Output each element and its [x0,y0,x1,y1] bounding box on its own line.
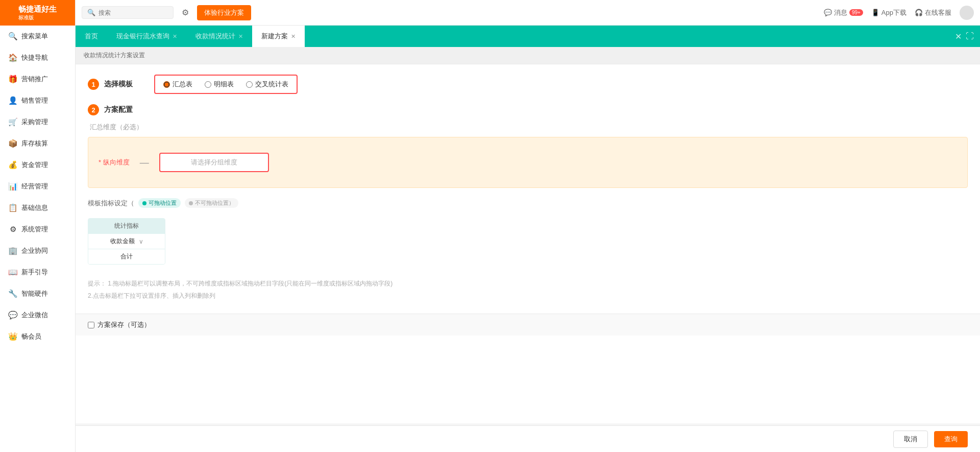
headset-icon: 🎧 [915,9,923,16]
step1-section: 1 选择模板 汇总表 明细表 交叉统计表 [88,75,968,94]
money-icon: 💰 [8,160,17,170]
gift-icon: 🎁 [8,75,17,84]
hardware-icon: 🔧 [8,289,17,298]
download-button[interactable]: 📱 App下载 [871,8,906,17]
sidebar-item-base-info[interactable]: 📋 基础信息 [0,197,75,219]
message-badge: 99+ [849,9,863,16]
sidebar-label: 快捷导航 [21,53,48,62]
user-avatar[interactable] [960,6,974,20]
support-button[interactable]: 🎧 在线客服 [915,8,951,17]
form-container: 1 选择模板 汇总表 明细表 交叉统计表 [76,64,980,423]
tip-2: 2.点击标题栏下拉可设置排序、插入列和删除列 [88,291,968,302]
step2-section: 2 方案配置 汇总维度（必选） * 纵向维度 — 请选择分组维度 [88,104,968,301]
chevron-down-icon[interactable]: ∨ [139,238,143,245]
home-icon: 🏠 [8,53,17,62]
sidebar-item-guide[interactable]: 📖 新手引导 [0,261,75,283]
dimension-subsection: 汇总维度（必选） * 纵向维度 — 请选择分组维度 [88,123,968,188]
expand-icon[interactable]: ⛶ [966,32,974,41]
tips-section: 提示： 1.拖动标题栏可以调整布局，不可跨维度或指标区域拖动栏目字段(只能在同一… [88,278,968,301]
gear-icon: ⚙ [8,225,17,234]
search-input[interactable] [99,9,160,16]
sidebar-item-membership[interactable]: 👑 畅会员 [0,326,75,347]
sidebar-item-sales[interactable]: 👤 销售管理 [0,90,75,111]
sidebar-item-operation[interactable]: 📊 经营管理 [0,176,75,197]
sidebar: 畅捷通好生 标准版 🔍 搜索菜单 🏠 快捷导航 🎁 营销推广 👤 销售管理 🛒 … [0,0,76,452]
dimension-placeholder[interactable]: 请选择分组维度 [159,153,269,172]
close-cashflow-icon[interactable]: ✕ [173,33,177,40]
tab-home[interactable]: 首页 [76,26,107,47]
non-draggable-dot [189,201,193,205]
main-area: 🔍 ⚙ 体验行业方案 💬 消息 99+ 📱 App下载 🎧 在线客服 [76,0,980,452]
message-button[interactable]: 💬 消息 99+ [824,8,863,17]
stats-row[interactable]: 收款金额 ∨ [88,233,165,249]
logo-text: 畅捷通好生 [18,5,57,14]
sidebar-item-search-menu[interactable]: 🔍 搜索菜单 [0,26,75,47]
user-icon: 👤 [8,96,17,105]
sidebar-item-inventory[interactable]: 📦 库存核算 [0,133,75,154]
dimension-area: * 纵向维度 — 请选择分组维度 [88,137,968,188]
sidebar-label: 系统管理 [21,225,48,234]
radio-cross[interactable] [246,81,253,88]
draggable-dot [142,201,146,205]
sidebar-label: 新手引导 [21,268,48,277]
enterprise-icon: 🏢 [8,246,17,255]
sidebar-label: 企业微信 [21,311,48,320]
metrics-config: 模板指标设定（ 可拖动位置 不可拖动位置） 统计指标 [88,198,968,266]
save-label: 方案保存（可选） [97,320,151,329]
step1-number: 1 [88,79,99,90]
step2-header: 2 方案配置 [88,104,968,115]
sidebar-label: 资金管理 [21,160,48,170]
option-detail[interactable]: 明细表 [205,80,234,89]
topbar: 🔍 ⚙ 体验行业方案 💬 消息 99+ 📱 App下载 🎧 在线客服 [76,0,980,26]
metrics-label: 模板指标设定（ 可拖动位置 不可拖动位置） [88,198,968,208]
crown-icon: 👑 [8,332,17,341]
dimension-label: 汇总维度（必选） [88,123,968,132]
close-new-plan-icon[interactable]: ✕ [291,33,296,40]
radio-detail[interactable] [205,81,211,88]
stats-header: 统计指标 [88,219,165,233]
tip-1: 提示： 1.拖动标题栏可以调整布局，不可跨维度或指标区域拖动栏目字段(只能在同一… [88,278,968,290]
sidebar-label: 智能硬件 [21,289,48,298]
option-summary[interactable]: 汇总表 [163,80,192,89]
close-collection-icon[interactable]: ✕ [238,33,243,40]
query-button[interactable]: 查询 [934,431,968,447]
sidebar-item-system[interactable]: ⚙ 系统管理 [0,219,75,240]
sidebar-label: 采购管理 [21,117,48,127]
tab-cashflow[interactable]: 现金银行流水查询 ✕ [107,26,186,47]
step1-header: 1 选择模板 汇总表 明细表 交叉统计表 [88,75,968,94]
close-all-icon[interactable]: ✕ [955,32,962,41]
draggable-badge: 可拖动位置 [138,198,181,208]
sidebar-item-finance[interactable]: 💰 资金管理 [0,154,75,176]
sidebar-label: 库存核算 [21,139,48,148]
option-cross[interactable]: 交叉统计表 [246,80,288,89]
logo: 畅捷通好生 标准版 [0,0,75,26]
tab-new-plan[interactable]: 新建方案 ✕ [252,26,305,47]
list-icon: 📋 [8,203,17,212]
sidebar-item-quick-nav[interactable]: 🏠 快捷导航 [0,47,75,68]
box-icon: 📦 [8,139,17,148]
sidebar-item-smart-hardware[interactable]: 🔧 智能硬件 [0,283,75,304]
search-icon: 🔍 [8,32,17,41]
radio-summary[interactable] [163,81,170,88]
sidebar-item-purchase[interactable]: 🛒 采购管理 [0,111,75,133]
sidebar-label: 经营管理 [21,182,48,191]
non-draggable-badge: 不可拖动位置） [185,198,238,208]
sidebar-label: 销售管理 [21,96,48,105]
sidebar-item-wechat[interactable]: 💬 企业微信 [0,304,75,326]
content-area: 收款情况统计方案设置 1 选择模板 汇总表 明细表 [76,47,980,452]
trial-button[interactable]: 体验行业方案 [197,5,251,20]
save-checkbox[interactable] [88,322,94,328]
settings-icon[interactable]: ⚙ [178,5,193,20]
cancel-button[interactable]: 取消 [893,431,928,448]
nav-tabs: 首页 现金银行流水查询 ✕ 收款情况统计 ✕ 新建方案 ✕ ✕ ⛶ [76,26,980,47]
cart-icon: 🛒 [8,117,17,127]
sidebar-label: 畅会员 [21,332,41,341]
step2-number: 2 [88,104,99,115]
sidebar-item-marketing[interactable]: 🎁 营销推广 [0,68,75,90]
stats-total-row: 合计 [88,249,165,264]
topbar-right: 💬 消息 99+ 📱 App下载 🎧 在线客服 [824,6,974,20]
tab-collection[interactable]: 收款情况统计 ✕ [186,26,252,47]
search-box[interactable]: 🔍 [82,6,174,19]
vertical-label: * 纵向维度 [99,158,130,167]
sidebar-item-enterprise[interactable]: 🏢 企业协同 [0,240,75,261]
